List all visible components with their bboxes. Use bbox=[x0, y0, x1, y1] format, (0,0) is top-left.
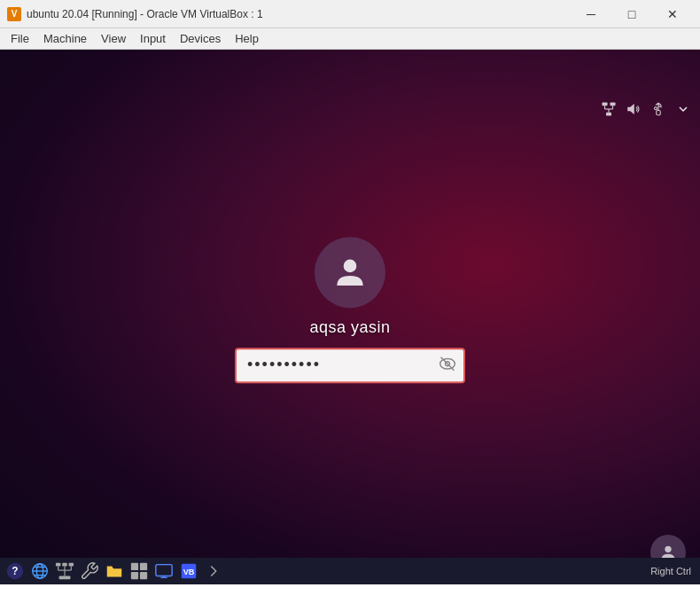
taskbar-grid-icon[interactable] bbox=[128, 560, 151, 583]
show-password-toggle[interactable] bbox=[439, 355, 456, 376]
taskbar-question-icon[interactable]: ? bbox=[4, 560, 27, 583]
svg-rect-38 bbox=[140, 572, 147, 579]
menu-view[interactable]: View bbox=[94, 30, 133, 47]
svg-text:VB: VB bbox=[183, 568, 195, 576]
audio-icon[interactable] bbox=[624, 99, 643, 119]
user-icon bbox=[331, 253, 369, 292]
network-icon[interactable] bbox=[599, 99, 618, 119]
svg-rect-37 bbox=[131, 572, 138, 579]
taskbar: ? bbox=[0, 558, 700, 584]
menu-file[interactable]: File bbox=[4, 30, 36, 47]
usb-icon[interactable] bbox=[649, 99, 668, 119]
taskbar-globe-icon[interactable] bbox=[28, 560, 51, 583]
right-ctrl-label: Right Ctrl bbox=[645, 566, 696, 576]
minimize-button[interactable]: ─ bbox=[571, 0, 611, 28]
svg-rect-29 bbox=[59, 576, 71, 580]
menu-bar: File Machine View Input Devices Help bbox=[0, 28, 700, 50]
taskbar-vm-icon[interactable] bbox=[152, 560, 175, 583]
svg-rect-2 bbox=[606, 113, 611, 116]
svg-rect-35 bbox=[131, 563, 138, 570]
menu-help[interactable]: Help bbox=[228, 30, 266, 47]
taskbar-arrow-icon[interactable] bbox=[202, 560, 225, 583]
password-field-wrapper bbox=[235, 348, 465, 383]
menu-devices[interactable]: Devices bbox=[173, 30, 228, 47]
taskbar-network-icon[interactable] bbox=[53, 560, 76, 583]
taskbar-folder-icon[interactable] bbox=[103, 560, 126, 583]
svg-point-12 bbox=[655, 107, 657, 110]
svg-marker-7 bbox=[627, 104, 634, 114]
window-title: ubuntu 20.04 [Running] - Oracle VM Virtu… bbox=[27, 8, 571, 20]
svg-rect-27 bbox=[62, 563, 67, 567]
svg-rect-28 bbox=[69, 563, 74, 567]
svg-point-14 bbox=[344, 259, 357, 272]
vm-screen: aqsa yasin ? bbox=[0, 50, 700, 584]
login-area: aqsa yasin bbox=[235, 237, 465, 383]
svg-rect-26 bbox=[56, 563, 60, 567]
vm-toolbar bbox=[599, 99, 693, 119]
close-button[interactable]: ✕ bbox=[652, 0, 693, 28]
svg-rect-0 bbox=[603, 103, 608, 106]
svg-point-18 bbox=[665, 546, 671, 552]
password-input[interactable] bbox=[235, 348, 465, 383]
menu-machine[interactable]: Machine bbox=[36, 30, 94, 47]
title-bar: V ubuntu 20.04 [Running] - Oracle VM Vir… bbox=[0, 0, 700, 28]
menu-input[interactable]: Input bbox=[133, 30, 173, 47]
window-controls: ─ □ ✕ bbox=[571, 0, 693, 28]
maximize-button[interactable]: □ bbox=[611, 0, 652, 28]
chevron-down-icon[interactable] bbox=[673, 99, 693, 119]
svg-rect-1 bbox=[611, 103, 616, 106]
taskbar-tools-icon[interactable] bbox=[78, 560, 101, 583]
svg-text:?: ? bbox=[12, 565, 18, 577]
svg-rect-8 bbox=[657, 111, 661, 115]
svg-rect-39 bbox=[156, 565, 172, 576]
avatar[interactable] bbox=[315, 237, 385, 308]
username-label: aqsa yasin bbox=[309, 318, 390, 337]
taskbar-vbox-icon[interactable]: VB bbox=[177, 560, 200, 583]
svg-rect-36 bbox=[140, 563, 147, 570]
app-icon: V bbox=[7, 7, 21, 21]
